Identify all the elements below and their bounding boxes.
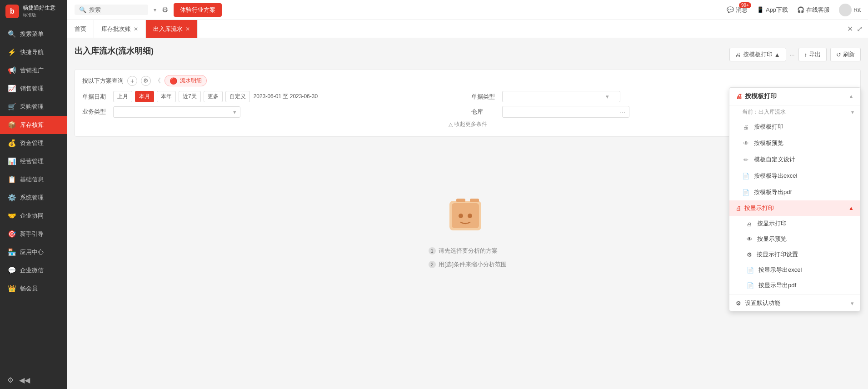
more-options-icon[interactable]: ··· [790,51,795,58]
dp-sub-item-display-excel[interactable]: 📄 按显示导出excel [729,262,860,278]
tab-batch-close[interactable]: ✕ [134,26,138,32]
sidebar-label-search: 搜索菜单 [20,30,44,38]
filter-date-label: 单据日期 [82,93,110,101]
content-area: 出入库流水(流水明细) 🖨 按模板打印 ▲ ··· ↑ 导出 ↺ 刷新 [67,38,868,389]
finance-icon: 💰 [7,139,16,148]
sidebar-item-purchase[interactable]: 🛒 采购管理 [0,98,67,116]
dp-item-template-custom[interactable]: ✏ 模板自定义设计 [729,151,860,168]
date-btn-more[interactable]: 更多 [204,91,223,102]
svg-point-2 [459,214,463,218]
wechat-icon: 💬 [7,266,16,275]
dp-header-arrow[interactable]: ▲ [848,93,854,100]
sidebar-item-finance[interactable]: 💰 资金管理 [0,134,67,152]
guide-icon: 🎯 [7,229,16,239]
dp-item-template-pdf[interactable]: 📄 按模板导出pdf [729,184,860,200]
dp-section-label: 🖨 按显示打印 [736,204,774,212]
dp-current-arrow[interactable]: ▾ [851,109,854,115]
filter-voucher-select[interactable]: ▾ [502,91,620,102]
sidebar-item-guide[interactable]: 🎯 新手引导 [0,225,67,243]
tab-flow-close[interactable]: ✕ [185,26,190,32]
messages-button[interactable]: 💬 消息 99+ [727,6,748,14]
svg-rect-5 [470,199,479,202]
sidebar-bottom: ⚙ ◀◀ [0,371,67,389]
filter-tag[interactable]: 🔴 流水明细 [165,75,207,86]
dp-footer-item[interactable]: ⚙ 设置默认功能 ▾ [729,295,860,311]
dp-sub-display-print-label: 按显示打印 [757,219,787,228]
filter-business-input[interactable]: ▾ [113,106,240,118]
filter-gear-button[interactable]: ⚙ [141,76,151,86]
dp-sub-item-display-print[interactable]: 🖨 按显示打印 [729,216,860,231]
tab-flow[interactable]: 出入库流水 ✕ [146,20,198,38]
dp-section-display[interactable]: 🖨 按显示打印 ▲ [729,200,860,216]
messages-badge: 99+ [739,2,751,8]
dp-item-template-preview[interactable]: 👁 按模板预览 [729,135,860,151]
content-toolbar: 🖨 按模板打印 ▲ ··· ↑ 导出 ↺ 刷新 [729,48,861,61]
export-button[interactable]: ↑ 导出 [798,48,827,61]
refresh-label: 刷新 [843,50,855,59]
date-btn-7days[interactable]: 近7天 [179,91,201,102]
sidebar-label-system: 系统管理 [20,194,44,202]
search-box[interactable]: 🔍 [75,5,148,15]
app-download-label: App下载 [766,6,788,14]
app-logo: b 畅捷通好生意 标准版 [0,0,67,23]
filter-voucher-label: 单据类型 [471,93,499,101]
tabbar-right: ✕ ⤢ [842,25,868,33]
date-btn-this-month[interactable]: 本月 [135,91,154,102]
dp-item-template-print[interactable]: 🖨 按模板打印 [729,119,860,135]
sidebar-label-corp: 企业协同 [20,212,44,220]
filter-warehouse-input[interactable]: ··· [502,106,629,118]
settings-bottom-icon[interactable]: ⚙ [7,376,14,384]
date-btn-custom[interactable]: 自定义 [225,91,250,102]
app-download-button[interactable]: 📱 App下载 [757,6,788,14]
dp-item-template-custom-label: 模板自定义设计 [754,155,795,164]
tab-expand-button[interactable]: ⤢ [857,25,863,33]
topbar: 🔍 ▾ ⚙ 体验行业方案 💬 消息 99+ 📱 App下载 🎧 在线客服 Rit [67,0,868,20]
search-chevron-icon[interactable]: ▾ [154,7,156,13]
warehouse-more-icon[interactable]: ··· [620,108,625,115]
export-label: 导出 [809,50,821,59]
sidebar-item-corp[interactable]: 🤝 企业协同 [0,207,67,225]
date-btn-this-year[interactable]: 本年 [157,91,176,102]
dp-item-template-excel[interactable]: 📄 按模板导出excel [729,168,860,184]
dp-sub-item-display-pdf[interactable]: 📄 按显示导出pdf [729,278,860,293]
user-name: Rit [853,6,861,13]
dp-section-print-icon: 🖨 [736,205,742,212]
date-btn-last-month[interactable]: 上月 [113,91,132,102]
sidebar-item-shortcut[interactable]: ⚡ 快捷导航 [0,43,67,61]
filter-warehouse-label: 仓库 [471,108,499,116]
tab-close-all-button[interactable]: ✕ [847,25,853,33]
dp-sub-display-settings-label: 按显示打印设置 [757,250,798,259]
dp-section-arrow[interactable]: ▲ [848,205,854,211]
search-input[interactable] [89,6,144,13]
topbar-gear-icon[interactable]: ⚙ [162,5,168,14]
sidebar-label-appstore: 应用中心 [20,248,44,256]
message-icon: 💬 [727,6,734,13]
sidebar-item-operation[interactable]: 📊 经营管理 [0,152,67,170]
sidebar-item-marketing[interactable]: 📢 营销推广 [0,61,67,80]
filter-collapse-icon[interactable]: 《 [155,77,161,85]
trial-button[interactable]: 体验行业方案 [174,3,222,17]
sidebar-label-purchase: 采购管理 [20,103,44,111]
tab-batch[interactable]: 库存批次账 ✕ [94,20,146,38]
sidebar-item-wechat[interactable]: 💬 企业微信 [0,261,67,279]
filter-add-button[interactable]: + [127,76,137,86]
tab-home[interactable]: 首页 [67,20,94,38]
sidebar-item-appstore[interactable]: 🏪 应用中心 [0,243,67,261]
sidebar-item-sales[interactable]: 📈 销售管理 [0,80,67,98]
sidebar-item-search[interactable]: 🔍 搜索菜单 [0,25,67,43]
sidebar-item-member[interactable]: 👑 畅会员 [0,279,67,298]
sidebar-item-basic[interactable]: 📋 基础信息 [0,170,67,189]
sidebar-item-inventory[interactable]: 📦 库存核算 [0,116,67,134]
template-print-button[interactable]: 🖨 按模板打印 ▲ [729,48,786,61]
user-profile[interactable]: Rit [839,4,861,16]
dp-current: 当前：出入库流水 ▾ [729,105,860,119]
refresh-button[interactable]: ↺ 刷新 [830,48,861,61]
customer-service-button[interactable]: 🎧 在线客服 [797,6,830,14]
appstore-icon: 🏪 [7,248,16,257]
dp-sub-item-display-preview[interactable]: 👁 按显示预览 [729,231,860,247]
dp-sub-item-display-settings[interactable]: ⚙ 按显示打印设置 [729,247,860,262]
sidebar-item-system[interactable]: ⚙️ 系统管理 [0,189,67,207]
collapse-sidebar-icon[interactable]: ◀◀ [19,376,30,384]
dp-sub-settings-icon: ⚙ [747,251,752,258]
sidebar: b 畅捷通好生意 标准版 🔍 搜索菜单 ⚡ 快捷导航 📢 营销推广 📈 销售管理… [0,0,67,389]
